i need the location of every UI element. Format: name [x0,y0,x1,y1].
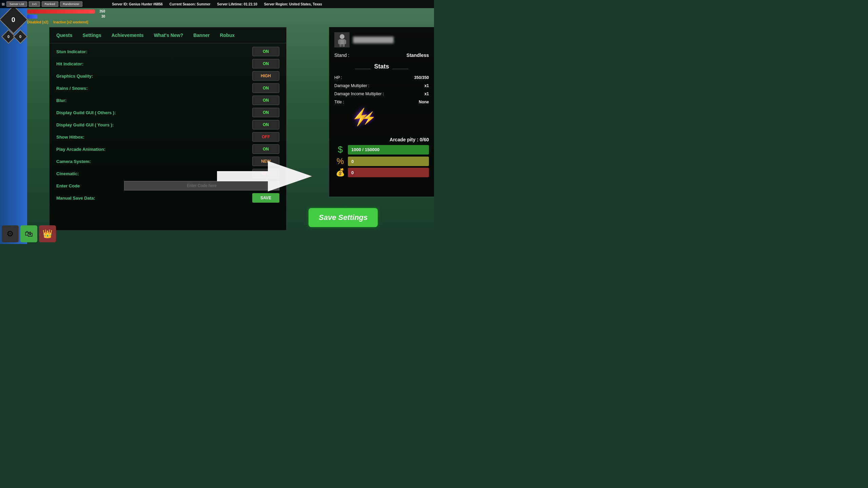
manual-save-row: Manual Save Data: SAVE [56,193,279,203]
percent-icon: % [334,157,346,166]
blur-label: Blur: [56,98,66,103]
tab-whats-new[interactable]: What's New? [154,31,183,40]
top-bar: ⊞ Server List 1v1 Ranked Randomizer Serv… [0,0,434,8]
gems-value: 0 [351,170,354,175]
percent-value: 0 [351,159,354,164]
damage-mult-value: x1 [425,83,429,88]
hp-stat-row: HP : 350/350 [334,75,429,80]
server-list-button[interactable]: Server List [6,1,27,7]
damage-mult-row: Damage Multiplier : x1 [334,83,429,88]
crown-icon-button[interactable]: 👑 [39,225,56,242]
server-id-text: Server ID: Genius Hunter #6856 [112,2,163,6]
arcade-animation-toggle[interactable]: ON [252,144,279,154]
setting-show-hitbox: Show Hitbox: OFF [56,132,279,142]
shield-bar [27,15,37,19]
setting-guild-others: Display Guild GUI ( Others ): ON [56,108,279,117]
inactive-label: Inactive [x2 weekend] [53,20,88,24]
guild-others-toggle[interactable]: ON [252,108,279,117]
blur-toggle[interactable]: ON [252,96,279,105]
stun-indicator-toggle[interactable]: ON [252,47,279,56]
menu-tabs: Quests Settings Achievements What's New?… [50,27,286,43]
dollar-icon: $ [334,144,346,155]
stats-title: ______ Stats ______ [334,63,429,70]
svg-rect-3 [338,40,340,44]
randomizer-button[interactable]: Randomizer [60,1,83,7]
gem-icon: 💰 [334,168,346,177]
currency-bars: $ 1000 / 150000 % 0 💰 0 [334,144,429,177]
score2-value: 0 [19,35,21,39]
hit-indicator-label: Hit Indicator: [56,61,83,66]
lightning-icon-2: ⚡ [361,111,376,125]
setting-blur: Blur: ON [56,96,279,105]
disabled-label: Disabled [x2] [27,20,48,24]
server-lifetime-text: Server Lifetime: 01:21:10 [217,2,257,6]
setting-graphics-quality: Graphics Quality: HIGH [56,71,279,81]
show-hitbox-label: Show Hitbox: [56,135,84,140]
settings-icon-button[interactable]: ⚙ [2,225,19,242]
stats-panel: Stand : Standless ______ Stats ______ HP… [329,27,434,197]
tab-quests[interactable]: Quests [56,31,72,40]
damage-mult-label: Damage Multiplier : [334,83,369,88]
player-header [334,32,429,47]
cinematic-label: Cinematic: [56,171,79,176]
setting-rains-snows: Rains / Snows: ON [56,83,279,93]
gems-bar: 0 [348,168,429,177]
manual-save-button[interactable]: SAVE [252,193,279,203]
status-labels: Disabled [x2] Inactive [x2 weekend] [27,20,95,24]
guild-yours-toggle[interactable]: ON [252,120,279,129]
hp-max-label: 350 [99,9,105,13]
hp-bar [27,9,95,14]
settings-panel: Quests Settings Achievements What's New?… [49,27,287,230]
save-settings-button[interactable]: Save Settings [309,208,378,227]
tab-banner[interactable]: Banner [193,31,210,40]
damage-income-value: x1 [425,92,429,96]
arcade-pity-text: Arcade pity : 0/60 [390,137,429,142]
rains-snows-toggle[interactable]: ON [252,83,279,93]
guild-yours-label: Display Guild GUI ( Yours ): [56,122,114,127]
show-hitbox-toggle[interactable]: OFF [252,132,279,142]
manual-save-label: Manual Save Data: [56,196,95,201]
coins-row: $ 1000 / 150000 [334,144,429,155]
arcade-pity-row: Arcade pity : 0/60 [334,135,429,144]
health-bar-area: 350 30 Disabled [x2] Inactive [x2 weeken… [27,9,95,24]
shop-icon: 🛍 [25,229,33,239]
player-name-blurred [353,37,394,43]
hp-stat-value: 350/350 [414,75,429,80]
hp-stat-label: HP : [334,75,342,80]
top-bar-left-buttons: ⊞ Server List 1v1 Ranked Randomizer [0,1,82,7]
roblox-icon: ⊞ [2,2,5,6]
lightning-decoration: ⚡ ⚡ [334,108,429,135]
one-v-one-button[interactable]: 1v1 [29,1,40,7]
title-stat-row: Title : None [334,100,429,104]
svg-rect-6 [342,44,345,47]
tab-achievements[interactable]: Achievements [112,31,144,40]
hit-indicator-toggle[interactable]: ON [252,59,279,68]
rains-snows-label: Rains / Snows: [56,86,87,91]
enter-code-label: Enter Code [56,183,124,188]
score1-value: 0 [7,35,9,39]
ranked-button[interactable]: Ranked [42,1,58,7]
coins-value: 1000 / 150000 [351,147,379,152]
main-score-value: 0 [12,16,15,24]
stand-label: Stand : [334,53,349,58]
graphics-quality-label: Graphics Quality: [56,74,93,79]
damage-income-row: Damage Income Multiplier : x1 [334,92,429,96]
svg-rect-5 [339,44,342,47]
camera-system-label: Camera System: [56,159,91,164]
bottom-icons: ⚙ 🛍 👑 [2,225,56,242]
season-text: Current Season: Summer [170,2,211,6]
svg-point-1 [340,34,344,39]
tab-robux[interactable]: Robux [220,31,235,40]
graphics-quality-toggle[interactable]: HIGH [252,71,279,81]
shield-label: 30 [101,15,105,18]
damage-income-label: Damage Income Multiplier : [334,92,384,96]
setting-hit-indicator: Hit Indicator: ON [56,59,279,68]
stun-indicator-label: Stun Indicator: [56,49,87,54]
server-region-text: Server Region: United States, Texas [264,2,322,6]
stats-title-text: Stats [374,63,389,70]
gems-row: 💰 0 [334,168,429,177]
percent-row: % 0 [334,157,429,166]
gear-icon: ⚙ [6,229,14,239]
shop-icon-button[interactable]: 🛍 [20,225,37,242]
tab-settings[interactable]: Settings [82,31,101,40]
